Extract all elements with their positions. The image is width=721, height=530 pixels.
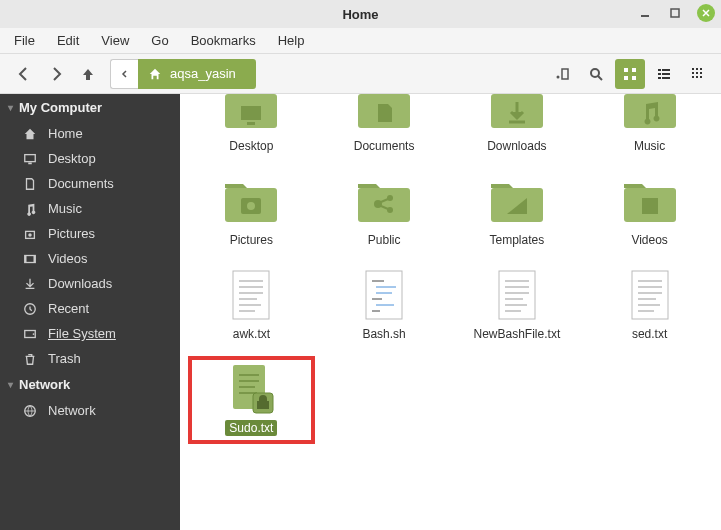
svg-point-43 bbox=[247, 202, 255, 210]
svg-rect-48 bbox=[491, 188, 543, 222]
folder-music[interactable]: Music bbox=[588, 94, 711, 160]
svg-point-3 bbox=[557, 75, 560, 78]
sidebar-group-computer[interactable]: ▾ My Computer bbox=[0, 94, 180, 121]
back-button[interactable] bbox=[8, 58, 40, 90]
folder-downloads[interactable]: Downloads bbox=[456, 94, 579, 160]
svg-rect-8 bbox=[632, 76, 636, 80]
item-label: Sudo.txt bbox=[225, 420, 277, 436]
file-sed-txt[interactable]: sed.txt bbox=[588, 264, 711, 348]
breadcrumb-label: aqsa_yasin bbox=[170, 66, 236, 81]
svg-rect-17 bbox=[700, 68, 702, 70]
svg-rect-52 bbox=[658, 198, 662, 214]
sidebar-item-pictures[interactable]: Pictures bbox=[0, 221, 180, 246]
videos-icon bbox=[22, 252, 38, 266]
sidebar-item-filesystem[interactable]: File System bbox=[0, 321, 180, 346]
svg-rect-36 bbox=[241, 106, 261, 120]
folder-pictures[interactable]: Pictures bbox=[190, 170, 313, 254]
sidebar-item-label: Home bbox=[48, 126, 83, 141]
recent-icon bbox=[22, 302, 38, 316]
svg-rect-10 bbox=[662, 69, 670, 71]
icon-view-button[interactable] bbox=[615, 59, 645, 89]
svg-rect-21 bbox=[692, 76, 694, 78]
svg-point-33 bbox=[33, 333, 35, 335]
file-newbashfile-txt[interactable]: NewBashFile.txt bbox=[456, 264, 579, 348]
svg-rect-25 bbox=[28, 162, 32, 164]
list-view-button[interactable] bbox=[649, 59, 679, 89]
item-label: Videos bbox=[627, 232, 671, 248]
close-button[interactable] bbox=[697, 4, 715, 22]
svg-rect-44 bbox=[358, 188, 410, 222]
documents-icon bbox=[22, 177, 38, 191]
folder-videos[interactable]: Videos bbox=[588, 170, 711, 254]
sidebar-group-network[interactable]: ▾ Network bbox=[0, 371, 180, 398]
sidebar-item-network[interactable]: Network bbox=[0, 398, 180, 423]
sidebar-item-label: Downloads bbox=[48, 276, 112, 291]
minimize-button[interactable] bbox=[637, 5, 653, 21]
sidebar-group-label: My Computer bbox=[19, 100, 102, 115]
sidebar-item-music[interactable]: Music bbox=[0, 196, 180, 221]
sidebar-item-videos[interactable]: Videos bbox=[0, 246, 180, 271]
breadcrumb-current[interactable]: aqsa_yasin bbox=[138, 59, 256, 89]
forward-button[interactable] bbox=[40, 58, 72, 90]
folder-public[interactable]: Public bbox=[323, 170, 446, 254]
chevron-down-icon: ▾ bbox=[8, 102, 13, 113]
pictures-icon bbox=[22, 227, 38, 241]
folder-icon bbox=[352, 94, 416, 132]
folder-icon bbox=[618, 94, 682, 132]
sidebar-item-documents[interactable]: Documents bbox=[0, 171, 180, 196]
svg-point-27 bbox=[28, 233, 32, 237]
maximize-button[interactable] bbox=[667, 5, 683, 21]
svg-rect-9 bbox=[658, 69, 661, 71]
file-bash-sh[interactable]: Bash.sh bbox=[323, 264, 446, 348]
svg-point-4 bbox=[591, 69, 599, 77]
menu-help[interactable]: Help bbox=[268, 30, 315, 51]
svg-rect-53 bbox=[233, 271, 269, 319]
folder-documents[interactable]: Documents bbox=[323, 94, 446, 160]
svg-rect-23 bbox=[700, 76, 702, 78]
toggle-location-button[interactable] bbox=[547, 59, 577, 89]
sidebar-item-label: File System bbox=[48, 326, 116, 341]
path-dropdown-button[interactable] bbox=[110, 59, 138, 89]
svg-rect-5 bbox=[624, 68, 628, 72]
folder-icon bbox=[485, 176, 549, 226]
sidebar-item-label: Network bbox=[48, 403, 96, 418]
svg-rect-0 bbox=[641, 15, 649, 17]
menu-view[interactable]: View bbox=[91, 30, 139, 51]
network-icon bbox=[22, 404, 38, 418]
file-awk-txt[interactable]: awk.txt bbox=[190, 264, 313, 348]
sidebar-item-recent[interactable]: Recent bbox=[0, 296, 180, 321]
sidebar-group-label: Network bbox=[19, 377, 70, 392]
item-label: Bash.sh bbox=[358, 326, 409, 342]
file-sudo-txt[interactable]: Sudo.txt bbox=[190, 358, 313, 442]
sidebar-item-downloads[interactable]: Downloads bbox=[0, 271, 180, 296]
sidebar-item-label: Videos bbox=[48, 251, 88, 266]
menu-bookmarks[interactable]: Bookmarks bbox=[181, 30, 266, 51]
item-label: Downloads bbox=[483, 138, 550, 154]
sidebar-item-home[interactable]: Home bbox=[0, 121, 180, 146]
up-button[interactable] bbox=[72, 58, 104, 90]
sidebar-item-trash[interactable]: Trash bbox=[0, 346, 180, 371]
folder-icon bbox=[219, 176, 283, 226]
svg-rect-13 bbox=[658, 77, 661, 79]
script-file-icon bbox=[352, 270, 416, 320]
window-controls bbox=[637, 4, 715, 22]
svg-rect-51 bbox=[638, 198, 642, 214]
search-button[interactable] bbox=[581, 59, 611, 89]
sidebar-item-desktop[interactable]: Desktop bbox=[0, 146, 180, 171]
folder-desktop[interactable]: Desktop bbox=[190, 94, 313, 160]
menu-go[interactable]: Go bbox=[141, 30, 178, 51]
menu-file[interactable]: File bbox=[4, 30, 45, 51]
svg-rect-19 bbox=[696, 72, 698, 74]
file-grid[interactable]: Desktop Documents Downloads Music bbox=[180, 94, 721, 530]
folder-templates[interactable]: Templates bbox=[456, 170, 579, 254]
titlebar: Home bbox=[0, 0, 721, 28]
search-icon bbox=[588, 66, 604, 82]
item-label: Documents bbox=[350, 138, 419, 154]
text-file-icon bbox=[618, 270, 682, 320]
item-label: sed.txt bbox=[628, 326, 671, 342]
trash-icon bbox=[22, 352, 38, 366]
toolbar: aqsa_yasin bbox=[0, 54, 721, 94]
folder-icon bbox=[618, 176, 682, 226]
compact-view-button[interactable] bbox=[683, 59, 713, 89]
menu-edit[interactable]: Edit bbox=[47, 30, 89, 51]
